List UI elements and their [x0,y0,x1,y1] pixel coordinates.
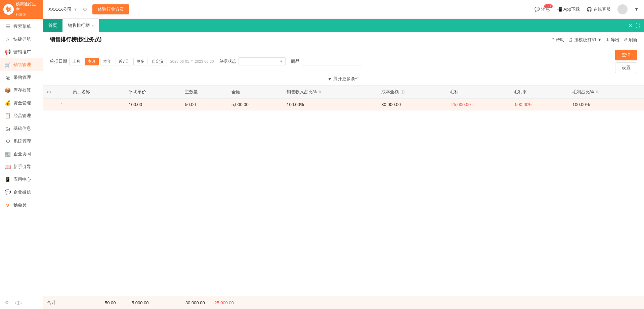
page-actions: ? 帮助 🖨 按模板打印 ▼ ⬇ 导出 ↺ 刷新 [552,37,637,43]
system-icon: ⚙ [5,138,11,144]
date-btn-last-month[interactable]: 上月 [69,58,83,65]
expand-more-label: 展开更多条件 [333,76,359,82]
th-avg-price: 平均单价 [125,86,181,99]
app-download-icon: 📲 [557,7,562,12]
user-avatar[interactable] [617,4,628,14]
sidebar-item-sales[interactable]: 🛒 销售管理 [0,58,43,71]
goods-input-wrap: ··· [302,58,362,65]
date-filter-label: 单据日期 [50,58,67,64]
sidebar-item-system[interactable]: ⚙ 系统管理 [0,135,43,148]
user-name[interactable]: ▼ [634,7,639,12]
td-gross: -25,000.00 [446,99,510,111]
message-btn[interactable]: 💬 消息 99+ [534,6,550,12]
status-select[interactable] [239,57,286,65]
sales-icon: 🛒 [5,62,11,68]
settings-bottom-icon[interactable]: ⚙ [5,300,9,306]
query-button[interactable]: 查询 [615,50,637,60]
goods-filter-field: 商品 ··· [291,58,362,65]
sidebar-item-inventory[interactable]: 📦 库存核算 [0,84,43,97]
th-amount: 全额 [227,86,283,99]
sidebar-item-marketing[interactable]: 📢 营销推广 [0,46,43,58]
date-btn-this-year[interactable]: 本年 [100,58,114,65]
sidebar-item-finance[interactable]: 💰 资金管理 [0,97,43,109]
company-arrow-icon: ▼ [74,7,77,11]
td-qty: 50.00 [181,99,227,111]
table-header-row: ⚙ 员工名称 平均单价 主数量 全额 销售收入占比% ⇅ 成本全额 [43,86,644,99]
date-btn-this-month-active[interactable]: 本月 [85,58,99,65]
sidebar-item-apps[interactable]: 📱 应用中心 [0,173,43,186]
date-buttons: 上月 本月 本月 本年 近7天 更多 自定义 [69,58,167,65]
sales-table: ⚙ 员工名称 平均单价 主数量 全额 销售收入占比% ⇅ 成本全额 [43,86,644,111]
table-row: 1 100.00 50.00 5,000.00 100.00% 30,000.0… [43,99,644,111]
status-filter-label: 单据状态 [219,58,237,64]
td-gross-ratio: 100.00% [568,99,644,111]
cost-info-icon[interactable]: ⓘ [401,90,404,94]
tab-restore-icon[interactable]: ⛶ [636,23,640,28]
wechat-icon: 💬 [5,189,11,195]
tab-home[interactable]: 首页 [43,19,62,32]
date-btn-7days[interactable]: 近7天 [116,58,132,65]
export-btn[interactable]: ⬇ 导出 [606,37,619,43]
th-gear: ⚙ [43,86,55,99]
page-title: 销售排行榜(按业务员) [50,36,102,43]
topbar-settings-icon[interactable]: ⚙ [83,6,87,12]
sidebar-item-shortcut[interactable]: ⌂ 快捷导航 [0,33,43,46]
help-icon: ? [552,37,554,42]
sidebar-item-operation[interactable]: 📋 经营管理 [0,109,43,122]
online-service-btn[interactable]: 🎧 在线客服 [587,6,611,12]
app-logo: 畅 畅康通好生意 标准版 [0,0,43,19]
th-employee-name: 员工名称 [69,86,125,99]
sales-ratio-sort-icon[interactable]: ⇅ [318,90,321,94]
date-btn-more[interactable]: 更多 [133,58,147,65]
inventory-icon: 📦 [5,87,11,93]
gear-icon[interactable]: ⚙ [47,90,51,95]
sidebar-bottom: ⚙ ◁▷ [0,296,43,309]
td-amount: 5,000.00 [227,99,283,111]
td-avg-price: 100.00 [125,99,181,111]
logo-icon: 畅 [3,4,14,15]
basic-icon: 🗂 [5,126,11,132]
td-cost: 30,000.00 [377,99,446,111]
tab-sales-ranking[interactable]: 销售排行榜 × [62,19,99,32]
sidebar-item-search[interactable]: ☰ 搜索菜单 [0,20,43,33]
collapse-icon[interactable]: ◁▷ [14,300,23,306]
tab-close-window-icon[interactable]: ✕ [629,23,632,28]
status-filter-field: 单据状态 ▼ [219,57,286,65]
settings-button[interactable]: 设置 [615,62,637,73]
trial-button[interactable]: 体验行业方案 [92,4,129,14]
td-gross-rate: -500.00% [510,99,568,111]
app-download-label: App下载 [563,6,580,12]
td-sales-ratio: 100.00% [283,99,377,111]
template-print-btn[interactable]: 🖨 按模板打印 ▼ [568,37,602,43]
goods-dots[interactable]: ··· [346,59,350,64]
tab-close-icon[interactable]: × [92,23,94,28]
logo-text: 畅康通好生意 标准版 [16,2,39,17]
member-icon: V [5,202,11,208]
sidebar-item-wechat[interactable]: 💬 企业微信 [0,186,43,199]
sidebar-item-purchase[interactable]: 🛍 采购管理 [0,71,43,84]
company-selector[interactable]: XXXXX公司 ▼ [48,6,77,12]
sidebar-item-member[interactable]: V 畅会员 [0,199,43,211]
help-btn[interactable]: ? 帮助 [552,37,564,43]
gross-ratio-sort-icon[interactable]: ⇅ [596,90,599,94]
enterprise-icon: 🏢 [5,151,11,157]
date-btn-custom[interactable]: 自定义 [149,58,167,65]
td-gear [43,99,55,111]
sidebar-item-basic[interactable]: 🗂 基础信息 [0,122,43,135]
sidebar-item-enterprise[interactable]: 🏢 企业协同 [0,148,43,160]
headset-icon: 🎧 [587,7,592,12]
th-qty: 主数量 [181,86,227,99]
filter-action-group: 查询 设置 [615,50,637,73]
th-gross: 毛利 [446,86,510,99]
app-download-btn[interactable]: 📲 App下载 [557,6,580,12]
expand-more-btn[interactable]: ▼ 展开更多条件 [50,76,637,82]
sidebar-nav: ☰ 搜索菜单 ⌂ 快捷导航 📢 营销推广 🛒 销售管理 🛍 采购管理 📦 库存核… [0,19,43,296]
sidebar-item-guide[interactable]: 📖 新手引导 [0,160,43,173]
refresh-btn[interactable]: ↺ 刷新 [624,37,637,43]
content-area: 销售排行榜(按业务员) ? 帮助 🖨 按模板打印 ▼ ⬇ 导出 ↺ 刷新 [43,32,644,309]
goods-input[interactable] [305,59,345,64]
table-footer: 合计 50.00 5,000.00 30,000.00 -25,000.00 [43,296,644,309]
topbar: XXXXX公司 ▼ ⚙ 体验行业方案 💬 消息 99+ 📲 App下载 🎧 在线… [43,0,644,19]
home-icon: ⌂ [5,37,11,42]
td-rank: 1 [55,99,69,111]
